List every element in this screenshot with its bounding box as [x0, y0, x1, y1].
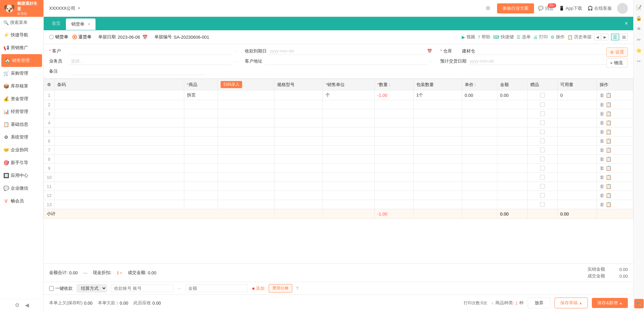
delete-icon[interactable]: 🗑 — [600, 174, 604, 180]
sidebar-item-apps[interactable]: 🔲 应用中心 — [0, 169, 43, 182]
gift-checkbox[interactable] — [540, 129, 545, 134]
discard-btn[interactable]: 放弃 — [528, 298, 551, 308]
gift-checkbox[interactable] — [540, 175, 545, 180]
delete-icon[interactable]: 🗑 — [600, 92, 604, 98]
copy-icon[interactable]: 📋 — [606, 202, 611, 207]
copy-icon[interactable]: 📋 — [606, 92, 611, 98]
operation-btn[interactable]: ⚙ 操作 — [551, 34, 565, 40]
cell-barcode[interactable] — [54, 173, 184, 182]
tab-home[interactable]: 首页 — [46, 18, 66, 29]
copy-icon[interactable]: 📋 — [606, 193, 611, 198]
tab-close-icon[interactable]: × — [88, 22, 90, 27]
message-btn[interactable]: 💬 消息 99+ — [538, 5, 554, 11]
gift-checkbox[interactable] — [540, 193, 545, 198]
delete-icon[interactable]: 🗑 — [600, 102, 604, 107]
sidebar-item-purchase[interactable]: 🛒 采购管理 — [0, 67, 43, 80]
user-avatar[interactable] — [617, 3, 628, 14]
sidebar-item-system[interactable]: ⚙ 系统管理 — [0, 131, 43, 144]
cell-barcode[interactable] — [54, 155, 184, 164]
copy-icon[interactable]: 📋 — [606, 184, 611, 189]
cell-barcode[interactable] — [54, 137, 184, 146]
sidebar-item-business[interactable]: 📊 经营管理 — [0, 105, 43, 118]
receive-date-input[interactable] — [268, 47, 425, 55]
copy-icon[interactable]: 📋 — [606, 120, 611, 125]
expected-delivery-input[interactable] — [468, 57, 621, 65]
remark-input[interactable] — [72, 68, 206, 75]
date-calendar-icon[interactable]: 📅 — [142, 35, 148, 40]
delete-icon[interactable]: 🗑 — [600, 138, 604, 144]
company-selector[interactable]: XXXXXX公司 ▼ — [49, 5, 482, 11]
settings-btn2[interactable]: ⚙ 设置 — [606, 47, 628, 57]
cell-barcode[interactable] — [54, 182, 184, 191]
prev-arrow[interactable]: ◀ — [594, 34, 601, 40]
delete-icon[interactable]: 🗑 — [600, 156, 604, 162]
salesperson-dots[interactable]: ··· — [233, 59, 237, 64]
cell-barcode[interactable] — [54, 191, 184, 200]
payment-help-icon[interactable]: ? — [296, 286, 299, 291]
app-download-btn[interactable]: 📱 App下载 — [559, 5, 582, 11]
copy-icon[interactable]: 📋 — [606, 156, 611, 162]
sidebar-item-sales[interactable]: 🏠 销售管理 — [1, 54, 42, 67]
rp-star-icon[interactable]: ⭐ — [634, 46, 644, 55]
save-new-btn[interactable]: 保存&新增 ▲ — [592, 298, 628, 308]
delete-icon[interactable]: 🗑 — [600, 165, 604, 171]
settings-bottom-icon[interactable]: ⚙ — [15, 302, 20, 308]
th-gear[interactable]: ⚙ — [44, 79, 54, 90]
delete-icon[interactable]: 🗑 — [600, 120, 604, 125]
sidebar-item-basic[interactable]: 📋 基础信息 — [0, 118, 43, 131]
tab-sales-order[interactable]: 销货单 × — [66, 18, 96, 30]
qty-info-icon[interactable]: ℹ — [389, 83, 390, 87]
rp-scissors-icon[interactable]: ✂ — [634, 56, 644, 66]
cell-barcode[interactable] — [54, 100, 184, 109]
receive-date-calendar-icon[interactable]: 📅 — [427, 49, 432, 53]
cell-barcode[interactable] — [54, 109, 184, 118]
gift-checkbox[interactable] — [540, 120, 545, 125]
gift-checkbox[interactable] — [540, 184, 545, 189]
sidebar-item-inventory[interactable]: 📦 库存核算 — [0, 80, 43, 92]
sidebar-item-nav[interactable]: ⚡ 快捷导航 — [0, 29, 43, 41]
sidebar-item-marketing[interactable]: 📢 营销推广 — [0, 41, 43, 54]
rp-eye-icon[interactable]: 👁 — [634, 24, 644, 34]
delete-icon[interactable]: 🗑 — [600, 184, 604, 189]
trial-btn[interactable]: 体验行业方案 — [497, 3, 534, 13]
shortcut-btn[interactable]: ⌨ 快捷键 — [493, 34, 514, 40]
copy-icon[interactable]: 📋 — [606, 111, 611, 116]
customer-dots[interactable]: ··· — [233, 49, 237, 53]
sidebar-item-member[interactable]: V 畅会员 — [0, 195, 43, 207]
cell-barcode[interactable] — [54, 90, 184, 100]
cell-barcode[interactable] — [54, 118, 184, 127]
sidebar-item-finance[interactable]: 💰 资金管理 — [0, 92, 43, 105]
cell-barcode[interactable] — [54, 164, 184, 173]
copy-icon[interactable]: 📋 — [606, 129, 611, 134]
rp-edit-icon[interactable]: 📝 — [634, 3, 644, 12]
delete-icon[interactable]: 🗑 — [600, 129, 604, 134]
customer-addr-input[interactable] — [265, 57, 427, 65]
gift-checkbox[interactable] — [540, 139, 545, 143]
gift-checkbox[interactable] — [540, 157, 545, 161]
fee-split-btn[interactable]: 费用分摊 — [269, 284, 292, 293]
one-click-checkbox[interactable] — [49, 286, 54, 291]
gift-checkbox[interactable] — [540, 148, 545, 152]
grid-view-btn[interactable]: ⊞ — [620, 34, 628, 40]
gift-checkbox[interactable] — [540, 166, 545, 170]
gift-checkbox[interactable] — [540, 93, 545, 98]
save-draft-btn[interactable]: 保存草稿 ▲ — [555, 298, 588, 308]
pay-account-input[interactable] — [111, 284, 174, 292]
rp-lock-icon[interactable]: 🔒 — [634, 13, 644, 23]
history-btn[interactable]: 📋 历史单据 — [567, 34, 592, 40]
equals-btn[interactable]: ℹ = — [117, 270, 122, 275]
customer-input[interactable] — [69, 47, 231, 55]
salesperson-input[interactable] — [69, 57, 231, 65]
collapse-icon[interactable]: ◀ — [25, 302, 29, 308]
print-btn[interactable]: 🖨 打印 — [533, 34, 548, 40]
copy-icon[interactable]: 📋 — [606, 102, 611, 107]
video-btn[interactable]: ▶ 视频 — [462, 34, 475, 40]
cell-barcode[interactable] — [54, 146, 184, 155]
next-arrow[interactable]: ▶ — [602, 34, 608, 40]
logistics-btn[interactable]: + 物流 — [606, 58, 628, 68]
copy-icon[interactable]: 📋 — [606, 138, 611, 144]
sidebar-item-wechat[interactable]: 💬 企业微信 — [0, 182, 43, 195]
online-service-btn[interactable]: 🎧 在线客服 — [588, 5, 612, 11]
pay-method-select[interactable]: 结算方式 — [77, 284, 107, 293]
pay-amount-input[interactable] — [185, 284, 248, 292]
